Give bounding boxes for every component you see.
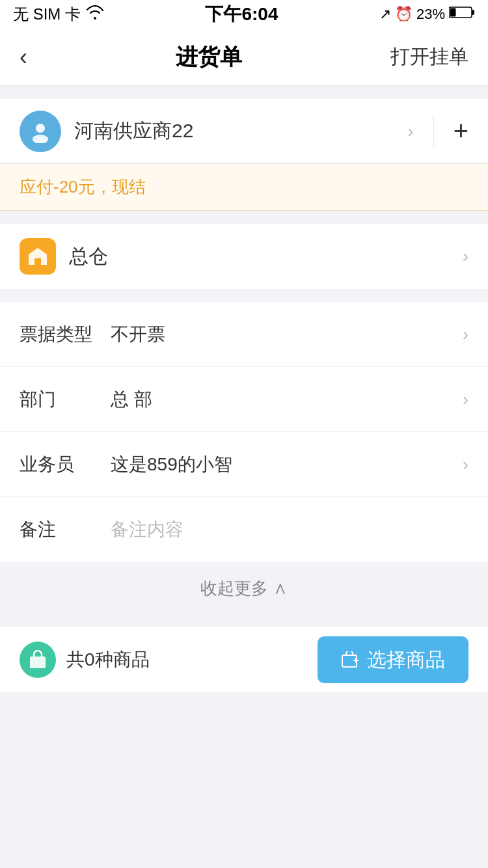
product-count: 共0种商品 [66,647,318,672]
supplier-chevron-icon: › [407,121,413,142]
invoice-type-row[interactable]: 票据类型 不开票 › [0,302,488,367]
alarm-icon: ⏰ [395,6,413,23]
bottom-bar: 共0种商品 选择商品 [0,627,488,692]
svg-rect-2 [450,8,455,17]
remark-input[interactable]: 备注内容 [111,517,468,542]
select-product-label: 选择商品 [367,647,445,673]
remark-label: 备注 [20,517,98,542]
form-section: 票据类型 不开票 › 部门 总 部 › 业务员 这是859的小智 › 备注 备注… [0,302,488,562]
salesperson-label: 业务员 [20,452,98,477]
warehouse-row[interactable]: 总仓 › [0,224,488,289]
salesperson-chevron-icon: › [463,454,468,475]
supplier-row[interactable]: 河南供应商22 › + [0,99,488,164]
open-pending-button[interactable]: 打开挂单 [390,44,468,70]
status-bar: 无 SIM 卡 下午6:04 ↗ ⏰ 23% [0,0,488,29]
collapse-row[interactable]: 收起更多 ∧ [0,562,488,614]
svg-point-4 [33,135,48,143]
page-title: 进货单 [176,42,242,72]
svg-rect-1 [472,10,474,15]
warehouse-chevron-icon: › [463,246,468,267]
department-label: 部门 [20,387,98,412]
department-chevron-icon: › [463,389,468,410]
bottom-area [0,692,488,868]
supplier-name: 河南供应商22 [74,118,407,144]
remark-row[interactable]: 备注 备注内容 [0,497,488,562]
invoice-type-label: 票据类型 [20,322,98,347]
invoice-type-value: 不开票 [111,322,463,347]
svg-rect-5 [34,258,41,265]
nav-bar: ‹ 进货单 打开挂单 [0,29,488,86]
battery-level: 23% [416,6,445,23]
supplier-avatar [20,111,61,152]
status-right: ↗ ⏰ 23% [379,6,475,23]
section-gap-1 [0,86,488,99]
select-product-button[interactable]: 选择商品 [318,636,468,683]
svg-rect-6 [30,657,46,668]
notice-text: 应付-20元，现结 [20,177,146,197]
salesperson-row[interactable]: 业务员 这是859的小智 › [0,432,488,497]
battery-icon [449,6,475,23]
notice-row: 应付-20元，现结 [0,164,488,211]
collapse-label: 收起更多 ∧ [200,577,287,600]
department-row[interactable]: 部门 总 部 › [0,367,488,432]
status-time: 下午6:04 [205,2,278,27]
warehouse-name: 总仓 [69,243,463,270]
status-left: 无 SIM 卡 [13,4,104,25]
back-button[interactable]: ‹ [20,44,27,71]
location-icon: ↗ [379,6,391,23]
product-icon [20,642,56,678]
invoice-type-chevron-icon: › [463,324,468,345]
wifi-icon [86,5,104,23]
sim-status: 无 SIM 卡 [13,4,81,25]
department-value: 总 部 [111,387,463,412]
add-supplier-button[interactable]: + [454,116,468,146]
salesperson-value: 这是859的小智 [111,452,463,477]
svg-point-3 [36,124,45,133]
warehouse-icon [20,238,56,275]
supplier-divider [433,115,434,148]
